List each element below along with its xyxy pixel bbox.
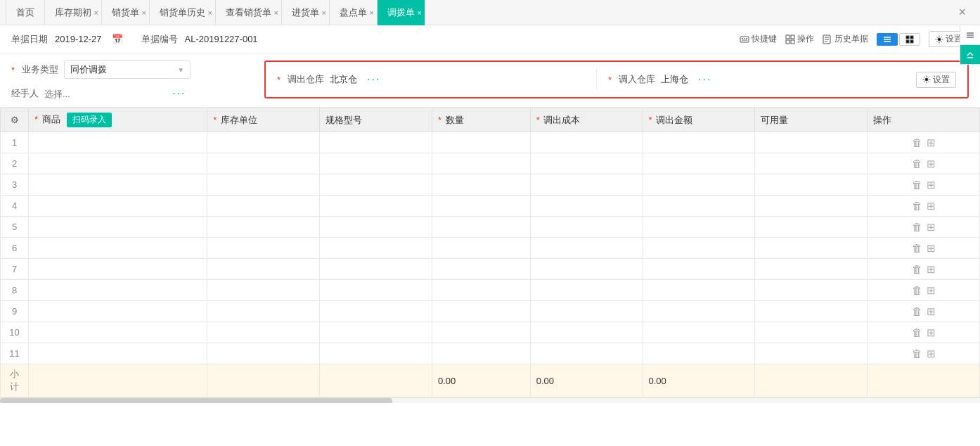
row-product[interactable] [29, 322, 207, 343]
row-product[interactable] [29, 280, 207, 301]
delete-icon[interactable]: 🗑 [912, 348, 922, 359]
table-settings-icon[interactable]: ⚙ [11, 115, 19, 125]
row-product[interactable] [29, 217, 207, 238]
delete-icon[interactable]: 🗑 [912, 179, 922, 191]
list-view-button[interactable] [877, 33, 898, 46]
card-view-button[interactable] [899, 33, 920, 46]
tab-transfer[interactable]: 调拨单 × [378, 0, 425, 25]
tab-home[interactable]: 首页 [6, 0, 45, 25]
delete-icon[interactable]: 🗑 [912, 221, 922, 233]
copy-icon[interactable]: ⊞ [927, 179, 936, 191]
row-qty[interactable] [432, 132, 530, 153]
row-cost[interactable] [530, 132, 643, 153]
tab-purchase-close[interactable]: × [322, 8, 326, 17]
row-unit[interactable] [207, 174, 320, 196]
person-more-button[interactable]: ··· [172, 87, 186, 100]
copy-icon[interactable]: ⊞ [927, 284, 936, 297]
row-qty[interactable] [432, 343, 530, 364]
row-product[interactable] [29, 259, 207, 280]
row-unit[interactable] [207, 322, 320, 343]
row-spec[interactable] [320, 196, 432, 217]
row-qty[interactable] [432, 153, 530, 174]
row-cost[interactable] [530, 259, 643, 280]
tab-sales-history[interactable]: 销货单历史 × [150, 0, 216, 25]
operations-button[interactable]: 操作 [785, 33, 814, 45]
tab-view-sales-close[interactable]: × [274, 8, 278, 17]
row-cost[interactable] [530, 196, 643, 217]
row-product[interactable] [29, 153, 207, 174]
delete-icon[interactable]: 🗑 [912, 242, 922, 254]
tab-inventory-init-close[interactable]: × [94, 8, 98, 17]
row-spec[interactable] [320, 217, 432, 238]
row-unit[interactable] [207, 238, 320, 259]
delete-icon[interactable]: 🗑 [912, 326, 922, 338]
side-panel-expand-button[interactable] [960, 45, 980, 65]
row-qty[interactable] [432, 174, 530, 196]
row-spec[interactable] [320, 343, 432, 364]
row-amount[interactable] [643, 280, 755, 301]
copy-icon[interactable]: ⊞ [927, 305, 936, 318]
row-amount[interactable] [643, 132, 755, 153]
row-qty[interactable] [432, 259, 530, 280]
delete-icon[interactable]: 🗑 [912, 263, 922, 275]
row-qty[interactable] [432, 280, 530, 301]
row-cost[interactable] [530, 343, 643, 364]
row-unit[interactable] [207, 259, 320, 280]
scan-button[interactable]: 扫码录入 [67, 113, 112, 127]
row-unit[interactable] [207, 301, 320, 322]
row-amount[interactable] [643, 153, 755, 174]
tab-transfer-close[interactable]: × [418, 8, 422, 17]
tab-sales-order[interactable]: 销货单 × [102, 0, 150, 25]
copy-icon[interactable]: ⊞ [927, 136, 936, 149]
row-unit[interactable] [207, 217, 320, 238]
tab-stocktake[interactable]: 盘点单 × [330, 0, 378, 25]
row-qty[interactable] [432, 238, 530, 259]
row-unit[interactable] [207, 196, 320, 217]
row-spec[interactable] [320, 322, 432, 343]
row-product[interactable] [29, 132, 207, 153]
row-qty[interactable] [432, 217, 530, 238]
copy-icon[interactable]: ⊞ [927, 158, 936, 170]
tab-sales-order-close[interactable]: × [142, 8, 146, 17]
side-panel-list-button[interactable] [960, 25, 980, 45]
window-close-button[interactable]: × [950, 5, 974, 20]
business-type-select[interactable]: 同价调拨 ▼ [64, 60, 191, 79]
copy-icon[interactable]: ⊞ [927, 348, 936, 360]
row-spec[interactable] [320, 259, 432, 280]
row-product[interactable] [29, 343, 207, 364]
delete-icon[interactable]: 🗑 [912, 284, 922, 296]
row-cost[interactable] [530, 217, 643, 238]
row-unit[interactable] [207, 343, 320, 364]
row-product[interactable] [29, 238, 207, 259]
row-cost[interactable] [530, 153, 643, 174]
calendar-icon[interactable]: 📅 [112, 34, 123, 44]
tab-inventory-init[interactable]: 库存期初 × [45, 0, 102, 25]
warehouse-settings-button[interactable]: 设置 [916, 72, 956, 88]
row-unit[interactable] [207, 132, 320, 153]
row-unit[interactable] [207, 153, 320, 174]
row-amount[interactable] [643, 238, 755, 259]
row-spec[interactable] [320, 301, 432, 322]
row-amount[interactable] [643, 174, 755, 196]
row-product[interactable] [29, 174, 207, 196]
delete-icon[interactable]: 🗑 [912, 136, 922, 148]
person-input[interactable] [44, 89, 162, 99]
tab-purchase[interactable]: 进货单 × [282, 0, 330, 25]
row-unit[interactable] [207, 280, 320, 301]
tab-stocktake-close[interactable]: × [370, 8, 374, 17]
row-product[interactable] [29, 196, 207, 217]
row-spec[interactable] [320, 280, 432, 301]
copy-icon[interactable]: ⊞ [927, 326, 936, 339]
row-qty[interactable] [432, 322, 530, 343]
row-cost[interactable] [530, 280, 643, 301]
row-amount[interactable] [643, 343, 755, 364]
row-product[interactable] [29, 301, 207, 322]
in-warehouse-more-button[interactable]: ··· [698, 73, 711, 86]
row-spec[interactable] [320, 132, 432, 153]
delete-icon[interactable]: 🗑 [912, 305, 922, 317]
row-spec[interactable] [320, 238, 432, 259]
copy-icon[interactable]: ⊞ [927, 221, 936, 234]
history-button[interactable]: 历史单据 [823, 33, 868, 45]
tab-view-sales[interactable]: 查看销货单 × [216, 0, 282, 25]
row-spec[interactable] [320, 174, 432, 196]
